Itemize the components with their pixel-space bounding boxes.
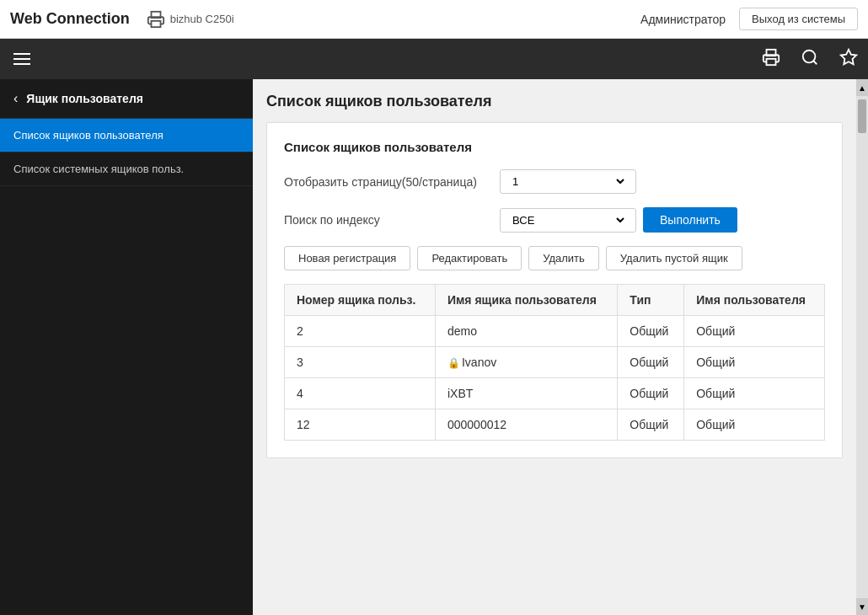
sidebar-item-user-boxes-label: Список ящиков пользователя — [13, 129, 163, 142]
cell-number: 4 — [285, 378, 436, 409]
scrollbar-track: ▲ ▼ — [856, 79, 868, 615]
page-select-box[interactable]: 1 — [500, 169, 636, 194]
svg-rect-1 — [151, 20, 160, 26]
page-display-row: Отобразить страницу(50/страница) 1 — [284, 169, 825, 194]
scroll-up-arrow[interactable]: ▲ — [856, 79, 868, 96]
sidebar-item-user-boxes[interactable]: Список ящиков пользователя — [0, 119, 253, 152]
search-select-box[interactable]: ВСЕ — [500, 208, 636, 233]
scroll-thumb[interactable] — [858, 99, 866, 133]
new-reg-button[interactable]: Новая регистрация — [284, 246, 410, 270]
hamburger-line-3 — [13, 63, 30, 65]
search-row: Поиск по индексу ВСЕ Выполнить — [284, 207, 825, 233]
action-buttons: Новая регистрация Редактировать Удалить … — [284, 246, 825, 270]
page-select-control: 1 — [500, 169, 636, 194]
cell-name: iXBT — [435, 378, 617, 409]
data-table: Номер ящика польз. Имя ящика пользовател… — [284, 284, 825, 441]
table-header-row: Номер ящика польз. Имя ящика пользовател… — [285, 285, 825, 316]
delete-empty-button[interactable]: Удалить пустой ящик — [606, 246, 742, 270]
cell-user: Общий — [684, 378, 825, 409]
nav-right — [758, 45, 861, 74]
sidebar-header: ‹ Ящик пользователя — [0, 79, 253, 119]
printer-icon — [147, 10, 165, 29]
sidebar-item-system-boxes-label: Список системных ящиков польз. — [13, 163, 184, 175]
svg-line-5 — [813, 61, 817, 64]
svg-marker-6 — [841, 49, 856, 63]
printer-nav-button[interactable] — [758, 45, 784, 74]
app-title: Web Connection — [10, 10, 130, 28]
cell-type: Общий — [618, 347, 684, 378]
back-button[interactable]: ‹ — [13, 91, 18, 106]
table-row[interactable]: 4iXBTОбщийОбщий — [285, 378, 825, 409]
col-header-type: Тип — [618, 285, 684, 316]
star-nav-icon — [839, 48, 858, 67]
printer-name: bizhub C250i — [170, 13, 234, 25]
cell-user: Общий — [684, 409, 825, 441]
admin-name: Администратор — [640, 13, 726, 26]
main-layout: ‹ Ящик пользователя Список ящиков пользо… — [0, 79, 868, 615]
cell-type: Общий — [618, 409, 684, 441]
main-card: Список ящиков пользователя Отобразить ст… — [266, 122, 843, 458]
col-header-number: Номер ящика польз. — [285, 285, 436, 316]
hamburger-button[interactable] — [7, 46, 37, 72]
card-title: Список ящиков пользователя — [284, 140, 825, 154]
cell-type: Общий — [618, 316, 684, 347]
star-nav-button[interactable] — [836, 45, 861, 74]
sidebar-item-system-boxes[interactable]: Список системных ящиков польз. — [0, 152, 253, 186]
svg-rect-3 — [767, 58, 776, 64]
printer-area: bizhub C250i — [147, 10, 234, 29]
sidebar-title: Ящик пользователя — [26, 92, 143, 105]
cell-number: 2 — [285, 316, 436, 347]
content-area: Список ящиков пользователя Список ящиков… — [253, 79, 856, 615]
search-select[interactable]: ВСЕ — [509, 213, 627, 227]
cell-number: 12 — [285, 409, 436, 441]
lock-icon: 🔒 — [447, 357, 460, 369]
top-header: Web Connection bizhub C250i Администрато… — [0, 0, 868, 39]
page-title: Список ящиков пользователя — [266, 93, 843, 110]
page-select[interactable]: 1 — [509, 174, 627, 189]
hamburger-line-2 — [13, 58, 30, 60]
scroll-down-arrow[interactable]: ▼ — [856, 598, 868, 615]
sidebar: ‹ Ящик пользователя Список ящиков пользо… — [0, 79, 253, 615]
search-nav-icon — [801, 48, 819, 67]
edit-button[interactable]: Редактировать — [417, 246, 522, 270]
cell-name: 🔒Ivanov — [435, 347, 617, 378]
delete-button[interactable]: Удалить — [528, 246, 599, 270]
col-header-name: Имя ящика пользователя — [435, 285, 617, 316]
cell-name: 000000012 — [435, 409, 617, 441]
col-header-user: Имя пользователя — [684, 285, 825, 316]
search-control: ВСЕ Выполнить — [500, 207, 737, 233]
cell-user: Общий — [684, 316, 825, 347]
page-display-label: Отобразить страницу(50/страница) — [284, 175, 486, 189]
search-nav-button[interactable] — [797, 45, 822, 74]
printer-nav-icon — [762, 48, 780, 67]
logout-button[interactable]: Выход из системы — [739, 8, 858, 30]
table-row[interactable]: 3🔒IvanovОбщийОбщий — [285, 347, 825, 378]
cell-number: 3 — [285, 347, 436, 378]
cell-name: demo — [435, 316, 617, 347]
search-label: Поиск по индексу — [284, 213, 486, 227]
header-right: Администратор Выход из системы — [640, 8, 858, 30]
execute-button[interactable]: Выполнить — [643, 207, 737, 233]
nav-bar — [0, 39, 868, 79]
svg-point-4 — [803, 50, 816, 62]
cell-type: Общий — [618, 378, 684, 409]
hamburger-line-1 — [13, 53, 30, 55]
cell-user: Общий — [684, 347, 825, 378]
table-row[interactable]: 2demoОбщийОбщий — [285, 316, 825, 347]
table-row[interactable]: 12000000012ОбщийОбщий — [285, 409, 825, 441]
